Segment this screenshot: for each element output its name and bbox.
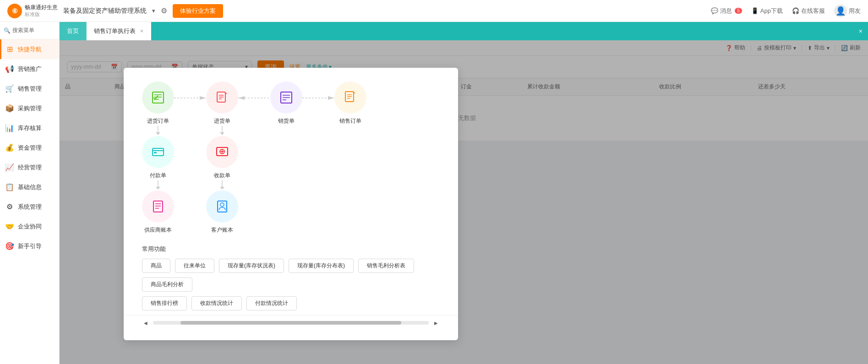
purchase-order-node: 进货订单	[142, 81, 174, 125]
app-download-btn[interactable]: 📱 App下载	[751, 7, 783, 15]
home-tab-label: 首页	[67, 27, 79, 35]
guide-icon: 🎯	[5, 242, 14, 250]
sidebar-item-system[interactable]: ⚙ 系统管理	[0, 197, 59, 217]
customer-ledger-node: 客户账本	[206, 190, 238, 234]
sidebar-item-finance[interactable]: 💰 资金管理	[0, 138, 59, 158]
purchase-icon: 📦	[5, 104, 14, 113]
user-avatar: 👤	[834, 5, 847, 17]
settings-button[interactable]: ⚙	[161, 6, 167, 15]
user-name: 用友	[849, 7, 861, 15]
func-btn-stock-dist[interactable]: 现存量(库存分布表)	[289, 259, 354, 273]
inventory-icon: 📊	[5, 124, 14, 132]
sales-bill-node: 销货单	[270, 81, 302, 125]
arrow-right-1	[174, 81, 206, 101]
system-title-dropdown[interactable]: ▾	[152, 7, 155, 14]
scroll-right-arrow[interactable]: ▶	[432, 319, 440, 326]
svg-marker-16	[200, 96, 206, 100]
system-icon: ⚙	[5, 202, 14, 211]
function-btns-row-2: 销售排行榜 收款情况统计 付款情况统计	[142, 296, 440, 310]
tab-home[interactable]: 首页	[60, 22, 87, 40]
supplier-ledger-label: 供应商账本	[144, 226, 172, 234]
main-area: 🔍 搜索菜单 ⊞ 快捷导航 📢 营销推广 🛒 销售管理 📦 采购管理 📊	[0, 22, 868, 364]
customer-ledger-label: 客户账本	[211, 226, 233, 234]
spacer-arrow	[302, 81, 334, 101]
func-btn-product-gross[interactable]: 商品毛利分析	[142, 277, 192, 292]
function-btns-row-1: 商品 往来单位 现存量(库存状况表) 现存量(库存分布表) 销售毛利分析表 商品…	[142, 259, 440, 292]
sidebar-item-sales[interactable]: 🛒 销售管理	[0, 79, 59, 98]
supplier-ledger-node: 供应商账本	[142, 190, 174, 234]
search-menu[interactable]: 🔍 搜索菜单	[0, 22, 59, 39]
sales-bill-label: 销货单	[278, 117, 295, 125]
scroll-track[interactable]	[153, 321, 429, 325]
quick-nav-icon: ⊞	[5, 45, 14, 54]
experience-btn[interactable]: 体验行业方案	[173, 4, 223, 18]
receipt-icon	[206, 136, 238, 168]
middle-column: 进货单 收款单	[206, 81, 238, 234]
svg-marker-10	[156, 187, 160, 190]
sidebar-item-inventory[interactable]: 📊 库存核算	[0, 118, 59, 138]
logo-area: ⑥ 畅康通好生意 标准版	[7, 4, 58, 18]
receipt-label: 收款单	[214, 172, 230, 179]
operations-icon: 📈	[5, 163, 14, 172]
svg-rect-6	[153, 148, 164, 156]
func-btn-stock-status[interactable]: 现存量(库存状况表)	[219, 259, 284, 273]
purchase-bill-icon	[206, 81, 238, 114]
top-left: ⑥ 畅康通好生意 标准版 装备及固定资产辅助管理系统 ▾ ⚙ 体验行业方案	[7, 4, 223, 18]
svg-rect-8	[154, 152, 157, 153]
flow-diagram: 进货订单 付款单	[142, 81, 440, 234]
scroll-thumb	[180, 321, 401, 325]
func-btn-sales-gross[interactable]: 销售毛利分析表	[358, 259, 414, 273]
receipt-node: 收款单	[206, 136, 238, 179]
sales-order-node: 销售订单	[334, 81, 366, 125]
top-right: 💬 消息 5 📱 App下载 🎧 在线客服 👤 用友	[711, 5, 861, 17]
common-functions-title: 常用功能	[142, 245, 440, 253]
sidebar-item-marketing[interactable]: 📢 营销推广	[0, 59, 59, 79]
app-container: ⑥ 畅康通好生意 标准版 装备及固定资产辅助管理系统 ▾ ⚙ 体验行业方案 💬 …	[0, 0, 868, 364]
tab-bar-close[interactable]: ×	[853, 22, 868, 40]
purchase-bill-node: 进货单	[206, 81, 238, 125]
svg-rect-0	[153, 92, 164, 103]
tab-sales-order[interactable]: 销售订单执行表 ×	[87, 22, 151, 40]
supplier-ledger-icon	[142, 190, 174, 223]
scroll-left-arrow[interactable]: ◀	[142, 319, 149, 326]
online-service-btn[interactable]: 🎧 在线客服	[792, 7, 825, 15]
svg-marker-22	[220, 132, 224, 135]
finance-icon: 💰	[5, 143, 14, 152]
sidebar-item-purchase[interactable]: 📦 采购管理	[0, 98, 59, 118]
svg-rect-11	[153, 201, 163, 212]
marketing-icon: 📢	[5, 65, 14, 73]
func-btn-partner[interactable]: 往来单位	[175, 259, 214, 273]
page-content: ❓ 帮助 🖨 按模板打印 ▾ ⬆ 导出 ▾	[60, 40, 868, 364]
left-column: 进货订单 付款单	[142, 81, 174, 234]
logo-icon: ⑥	[7, 4, 22, 18]
user-menu[interactable]: 👤 用友	[834, 5, 861, 17]
message-badge: 5	[735, 8, 742, 14]
func-btn-receipt-stat[interactable]: 收款情况统计	[191, 296, 242, 310]
arrow-left-1	[238, 81, 270, 101]
basic-info-icon: 📋	[5, 183, 14, 191]
func-btn-payment-stat[interactable]: 付款情况统计	[246, 296, 297, 310]
sales-bill-icon	[270, 81, 302, 114]
message-btn[interactable]: 💬 消息 5	[711, 7, 742, 15]
arrow-down-2	[155, 179, 161, 190]
system-title: 装备及固定资产辅助管理系统	[63, 7, 147, 15]
sidebar: 🔍 搜索菜单 ⊞ 快捷导航 📢 营销推广 🛒 销售管理 📦 采购管理 📊	[0, 22, 60, 364]
sidebar-item-operations[interactable]: 📈 经营管理	[0, 158, 59, 177]
customer-ledger-icon	[206, 190, 238, 223]
sidebar-item-basic-info[interactable]: 📋 基础信息	[0, 177, 59, 197]
sidebar-item-guide[interactable]: 🎯 新手引导	[0, 236, 59, 256]
tab-close-icon[interactable]: ×	[140, 28, 143, 34]
sales-order-tab-label: 销售订单执行表	[94, 27, 136, 35]
func-btn-product[interactable]: 商品	[142, 259, 170, 273]
logo-text: 畅康通好生意 标准版	[25, 4, 58, 18]
sales-order-icon	[334, 81, 366, 114]
svg-marker-5	[156, 132, 160, 135]
purchase-order-label: 进货订单	[147, 117, 169, 125]
sidebar-item-enterprise[interactable]: 🤝 企业协同	[0, 217, 59, 236]
sales-icon: 🛒	[5, 84, 14, 93]
func-btn-sales-rank[interactable]: 销售排行榜	[142, 296, 187, 310]
sidebar-item-quick-nav[interactable]: ⊞ 快捷导航	[0, 39, 59, 59]
payment-icon	[142, 136, 174, 168]
purchase-bill-label: 进货单	[214, 117, 230, 125]
right-middle-column: 销货单	[270, 81, 302, 211]
